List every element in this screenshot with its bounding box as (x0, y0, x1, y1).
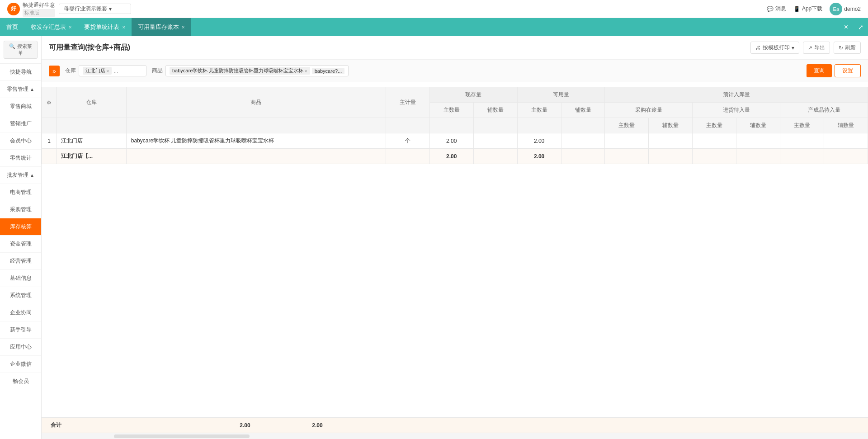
row-production-aux (824, 133, 868, 149)
industry-selector[interactable]: 母婴行业演示账套 ▾ (59, 4, 131, 14)
th-purchase-sub: 采购在途量 (605, 103, 693, 118)
bottom-scrollbar[interactable] (42, 433, 868, 439)
close-receipts-tab[interactable]: × (69, 24, 71, 30)
product-filter-group: 商品 babycare学饮杯 儿童防摔防撞吸管杯重力球吸嘴杯宝宝水杯 × bab… (152, 65, 349, 76)
tab-order-stats[interactable]: 要货单统计表 × (78, 18, 131, 36)
table-row: 1 江北门店 babycare学饮杯 儿童防摔防撞吸管杯重力球吸嘴杯宝宝水杯 个… (42, 133, 868, 149)
query-btn[interactable]: 查询 (807, 64, 832, 77)
data-table: ⚙ 仓库 商品 主计量 现存量 可用量 预计入库量 主数量 辅数量 主数量 (42, 87, 868, 164)
scroll-thumb[interactable] (114, 434, 250, 438)
th-warehouse: 仓库 (57, 87, 127, 118)
tab-receipts[interactable]: 收发存汇总表 × (24, 18, 78, 36)
close-available-stock-tab[interactable]: × (182, 24, 184, 30)
avatar: Ea (830, 3, 842, 15)
sidebar-item-app-center[interactable]: 应用中心 (0, 339, 41, 356)
print-btn[interactable]: 🖨 按模板打印 ▾ (750, 42, 799, 54)
row-production-main (780, 133, 824, 149)
th-current-main: 主数量 (429, 103, 473, 118)
expand-icon[interactable]: ⤢ (854, 24, 868, 31)
th-incoming-main: 主数量 (693, 118, 736, 133)
chevron-down-icon-print: ▾ (792, 45, 794, 51)
th-production-aux: 辅数量 (824, 118, 868, 133)
settings-btn[interactable]: 设置 (835, 64, 861, 77)
sidebar-item-enterprise[interactable]: 企业协同 (0, 304, 41, 321)
remove-product-tag[interactable]: × (304, 68, 307, 74)
message-icon: 💬 (767, 6, 774, 12)
row-purchase-main (605, 133, 649, 149)
search-menu-btn[interactable]: 🔍 搜索菜单 (4, 41, 38, 59)
message-btn[interactable]: 💬 消息 (767, 5, 786, 13)
product-filter-input[interactable]: babycare学饮杯 儿童防摔防撞吸管杯重力球吸嘴杯宝宝水杯 × babyca… (165, 65, 349, 76)
row-incoming-aux (736, 133, 780, 149)
row-product: babycare学饮杯 儿童防摔防撞吸管杯重力球吸嘴杯宝宝水杯 (126, 133, 386, 149)
th-purchase-aux: 辅数量 (649, 118, 693, 133)
logo-area: 好 畅捷通好生意 标准版 (7, 1, 55, 17)
th-available: 可用量 (517, 87, 605, 103)
th-available-main: 主数量 (517, 103, 561, 118)
close-order-stats-tab[interactable]: × (122, 24, 125, 30)
summary-row: 合计 2.00 2.00 (42, 417, 868, 433)
sidebar-item-enterprise-wechat[interactable]: 企业微信 (0, 356, 41, 373)
row-unit: 个 (386, 133, 429, 149)
row-index: 1 (42, 133, 57, 149)
logo-text: 畅捷通好生意 标准版 (23, 1, 55, 17)
subtotal-warehouse: 江北门店【... (57, 149, 127, 164)
th-production-main: 主数量 (780, 118, 824, 133)
page-actions: 🖨 按模板打印 ▾ ↗ 导出 ↻ 刷新 (750, 42, 861, 54)
row-current-main: 2.00 (429, 133, 473, 149)
row-available-main: 2.00 (517, 133, 561, 149)
row-current-aux (473, 133, 517, 149)
sidebar-item-basic-info[interactable]: 基础信息 (0, 270, 41, 287)
sidebar: 🔍 搜索菜单 快捷导航 零售管理 ▲ 零售商城 营销推广 会员中心 零售统计 批… (0, 36, 42, 439)
sidebar-item-finance[interactable]: 资金管理 (0, 236, 41, 253)
product-filter-label: 商品 (152, 67, 163, 75)
th-incoming-aux: 辅数量 (736, 118, 780, 133)
sidebar-item-member[interactable]: 会员中心 (0, 132, 41, 150)
sidebar-item-retail-stats[interactable]: 零售统计 (0, 150, 41, 167)
sidebar-item-inventory[interactable]: 库存核算 (0, 218, 41, 236)
th-current-aux: 辅数量 (473, 103, 517, 118)
th-incoming: 预计入库量 (605, 87, 868, 103)
sidebar-item-purchase[interactable]: 采购管理 (0, 201, 41, 218)
refresh-btn[interactable]: ↻ 刷新 (834, 42, 861, 54)
filter-expand-btn[interactable]: » (49, 66, 60, 76)
label-badge: 标准版 (23, 9, 55, 17)
sidebar-item-system[interactable]: 系统管理 (0, 287, 41, 304)
close-all-tabs[interactable]: × (839, 23, 854, 31)
page-title: 可用量查询(按仓库+商品) (49, 43, 130, 52)
tab-home[interactable]: 首页 (0, 18, 24, 36)
th-current-stock: 现存量 (429, 87, 517, 103)
sidebar-item-marketing[interactable]: 营销推广 (0, 115, 41, 132)
caret-icon: ▲ (30, 87, 34, 92)
user-menu[interactable]: Ea demo2 (830, 3, 861, 15)
app-icon: 📱 (793, 6, 800, 12)
summary-current-main: 2.00 (227, 422, 263, 429)
sidebar-item-retail-store[interactable]: 零售商城 (0, 98, 41, 115)
th-product: 商品 (126, 87, 386, 118)
chevron-down-icon: ▾ (109, 6, 112, 12)
subtotal-available-main: 2.00 (517, 149, 561, 164)
remove-warehouse-tag[interactable]: × (106, 68, 109, 74)
page-container: 可用量查询(按仓库+商品) 🖨 按模板打印 ▾ ↗ 导出 ↻ 刷新 (42, 36, 868, 439)
sidebar-item-ecommerce[interactable]: 电商管理 (0, 184, 41, 201)
summary-label: 合计 (46, 421, 182, 429)
summary-available-main: 2.00 (299, 422, 335, 429)
sidebar-item-wholesale[interactable]: 批发管理 ▲ (0, 167, 41, 184)
main-layout: 🔍 搜索菜单 快捷导航 零售管理 ▲ 零售商城 营销推广 会员中心 零售统计 批… (0, 36, 868, 439)
sidebar-item-quick-nav[interactable]: 快捷导航 (0, 64, 41, 81)
logo-icon: 好 (7, 3, 20, 15)
export-btn[interactable]: ↗ 导出 (803, 42, 830, 54)
sidebar-item-operations[interactable]: 经营管理 (0, 253, 41, 270)
print-icon: 🖨 (755, 45, 761, 51)
warehouse-filter-label: 仓库 (65, 67, 76, 75)
sidebar-search: 🔍 搜索菜单 (0, 36, 41, 64)
sidebar-item-vip[interactable]: 畅会员 (0, 373, 41, 390)
warehouse-filter-input[interactable]: 江北门店 × ... (79, 65, 146, 76)
sidebar-item-newbie[interactable]: 新手引导 (0, 321, 41, 339)
sidebar-item-retail[interactable]: 零售管理 ▲ (0, 81, 41, 98)
row-available-aux (561, 133, 605, 149)
tab-available-stock[interactable]: 可用量库存账本 × (132, 18, 191, 36)
th-incoming-pending-sub: 进货待入量 (693, 103, 780, 118)
filter-actions: 查询 设置 (807, 64, 861, 77)
app-download-btn[interactable]: 📱 App下载 (793, 5, 822, 13)
